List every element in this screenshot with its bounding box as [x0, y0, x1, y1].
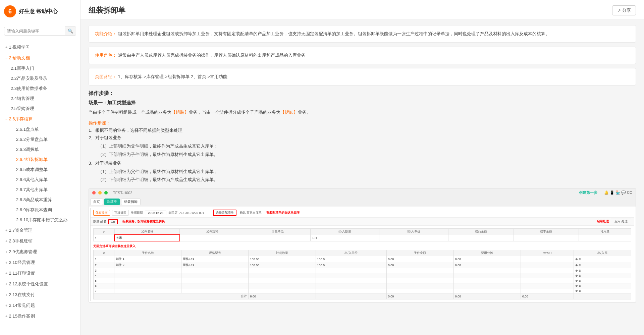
sidebar-sub-label: 2.1新手入门 [11, 66, 34, 71]
sidebar-item-262[interactable]: 2.6.2分量盘点单 [0, 134, 80, 145]
ltd-inout: ⊕ ⊗ [574, 256, 631, 262]
lth-col0: # [94, 250, 114, 256]
sidebar-sub-label: 2.5采购管理 [11, 106, 34, 111]
step1: 1、根据不同的业务，选择不同单据的类型来处理 [89, 127, 636, 133]
ltd-inout2: ⊕ ⊗ [574, 262, 631, 268]
sidebar-item-211[interactable]: + 2.11打印设置 [0, 268, 80, 279]
th-col3: 计量单位 [245, 229, 311, 235]
browser-dot-red [92, 191, 96, 194]
ltd-fen2: 0.00 [453, 262, 521, 268]
sidebar-item-docs[interactable]: − 2.帮助文档 [0, 53, 80, 63]
ltd-qty3 [249, 268, 316, 273]
total-inout [574, 293, 631, 299]
sidebar-sub-label: 2.4销售管理 [11, 96, 34, 101]
sidebar-item-28[interactable]: + 2.8手机旺铺 [0, 236, 80, 246]
sidebar-item-264[interactable]: 2.6.4组装拆卸单 [0, 155, 80, 165]
sidebar-item-2610[interactable]: 2.6.10库存账本错了怎么办 [0, 215, 80, 225]
ltd-qty6 [249, 283, 316, 288]
td-cost [514, 235, 579, 241]
search-input[interactable] [4, 27, 65, 36]
mock-app-tabs: 自页 新建单 组装拆卸 [89, 197, 636, 207]
table-row: 1 销件 1 规格1+1 100.00 100.0 0.00 0.00 ⊕ ⊗ [94, 256, 631, 262]
share-icon: ↗ [617, 8, 621, 13]
sidebar-item-269[interactable]: 2.6.9库存账本查询 [0, 205, 80, 215]
sidebar-item-212[interactable]: + 2.12系统个性化设置 [0, 279, 80, 289]
browser-dot-green [104, 191, 108, 194]
sidebar-sub-label: 2.6.7其他出库单 [16, 187, 48, 192]
sidebar-item-261[interactable]: 2.6.1盘点单 [0, 124, 80, 134]
ltd-qty7 [249, 288, 316, 293]
ltd-num: 1 [94, 256, 114, 262]
sidebar-item-268[interactable]: 2.6.8商品成本重算 [0, 195, 80, 205]
sidebar-item-21[interactable]: 2.1新手入门 [0, 63, 80, 73]
annotation1-label: 有装配清单的在这里处理 [266, 211, 300, 215]
ltd-name2: 销件 2 [114, 262, 181, 268]
sidebar-item-25[interactable]: 2.5采购管理 [0, 104, 80, 114]
ltd-remu6 [521, 283, 574, 288]
sidebar-item-214[interactable]: + 2.14常见问题 [0, 300, 80, 311]
sidebar-item-213[interactable]: + 2.13在线支付 [0, 289, 80, 300]
sidebar-item-215[interactable]: + 2.15操作案例 [0, 311, 80, 322]
scene1-desc: 当由多个子件材料组装成一个成品的业务为【组装】业务，当由一个父件拆分成多个子产品… [89, 108, 636, 117]
ltd-remu [521, 256, 574, 262]
sidebar-sub-label: 2.6.3调拨单 [16, 147, 39, 152]
path-label: 页面路径： [95, 74, 117, 79]
share-button[interactable]: ↗ 分享 [612, 5, 636, 15]
plus-icon-27: + [5, 228, 7, 232]
mock-date-value: 2019-12-26 [145, 211, 166, 215]
ltd-spec7 [181, 288, 249, 293]
ltd-num3: 3 [94, 268, 114, 273]
sidebar-item-26[interactable]: − 2.6库存核算 [0, 114, 80, 124]
share-label: 分享 [622, 7, 631, 13]
sidebar-item-video[interactable]: + 1.视频学习 [0, 42, 80, 53]
mock-qty-label: 数量 品名 [93, 219, 106, 224]
th-col5: 出/入单价 [379, 229, 448, 235]
sidebar-item-label: 2.10经营管理 [9, 260, 35, 266]
ltd-fen7 [453, 288, 521, 293]
sidebar-item-24[interactable]: 2.4销售管理 [0, 94, 80, 104]
ltd-name3 [114, 268, 181, 273]
td-amount [448, 235, 514, 241]
table-row: 2 销件 2 规格1+1 100.00 100.0 0.00 0.00 ⊕ ⊗ [94, 262, 631, 268]
sidebar-item-267[interactable]: 2.6.7其他出库单 [0, 185, 80, 195]
mock-type-row: 数量 品名 On 组装业务、拆卸业务在这里切换 启用处理 启用 处理 [91, 218, 634, 226]
search-button[interactable]: 🔍 [65, 26, 76, 36]
sidebar-item-23[interactable]: 2.3使用前数据准备 [0, 83, 80, 94]
mock-lower-toolbar: 无固定清单可以组装在这里录入 [93, 244, 631, 248]
td-qty: +/-1... [310, 235, 379, 241]
sidebar-item-22[interactable]: 2.2产品安装及登录 [0, 73, 80, 83]
sidebar-item-27[interactable]: + 2.7资金管理 [0, 225, 80, 236]
sidebar-item-210[interactable]: + 2.10经营管理 [0, 257, 80, 268]
table-row: 4 ⊕ ⊗ [94, 273, 631, 278]
mock-confirm-btn: 确认 其它出库单 [240, 211, 262, 215]
sidebar-item-265[interactable]: 2.6.5成本调整单 [0, 165, 80, 175]
step3-sub1: （1）上部明细为父件明细，最终作为原材料生成其它出库单； [89, 168, 636, 176]
sidebar-item-label: 1.视频学习 [9, 44, 30, 50]
logo-icon: 6 [4, 5, 16, 17]
ltd-fen3 [453, 268, 521, 273]
lth-col1: 子件名称 [114, 250, 181, 256]
sidebar-item-263[interactable]: 2.6.3调拨单 [0, 145, 80, 155]
plus-icon-210: + [5, 261, 7, 265]
mock-config-btn: 选择装配清单 [213, 210, 236, 216]
ltd-qty4 [249, 273, 316, 278]
sidebar: 6 好生意 帮助中心 🔍 + 1.视频学习 − 2.帮助文档 2.1新手入门 2… [0, 0, 80, 335]
ltd-num7: 7 [94, 288, 114, 293]
ltd-qty5 [249, 278, 316, 283]
ltd-spec5 [181, 278, 249, 283]
sidebar-sub-label: 2.6.6其他入库单 [16, 177, 48, 182]
content-area: 功能介绍： 组装拆卸单用来处理企业组装或拆卸等加工业务，支持有固定装配清单的产品… [80, 20, 644, 335]
sidebar-item-label: 2.15操作案例 [9, 313, 35, 319]
th-col7: 成本金额 [514, 229, 579, 235]
total-label: 合计 [94, 293, 249, 299]
table-row: 5 ⊕ ⊗ [94, 278, 631, 283]
ops-steps-label: 操作步骤： [89, 120, 636, 126]
browser-id: TEST-H002 [113, 191, 132, 195]
sidebar-sub-label: 2.6.10库存账本错了怎么办 [16, 217, 67, 222]
ltd-inout6: ⊕ ⊗ [574, 283, 631, 288]
th-col2: 父件规格 [180, 229, 245, 235]
sidebar-item-29[interactable]: + 2.9优惠券管理 [0, 246, 80, 257]
sidebar-item-266[interactable]: 2.6.6其他入库单 [0, 175, 80, 185]
total-qty: 8.00 [249, 293, 316, 299]
ltd-name7 [114, 288, 181, 293]
